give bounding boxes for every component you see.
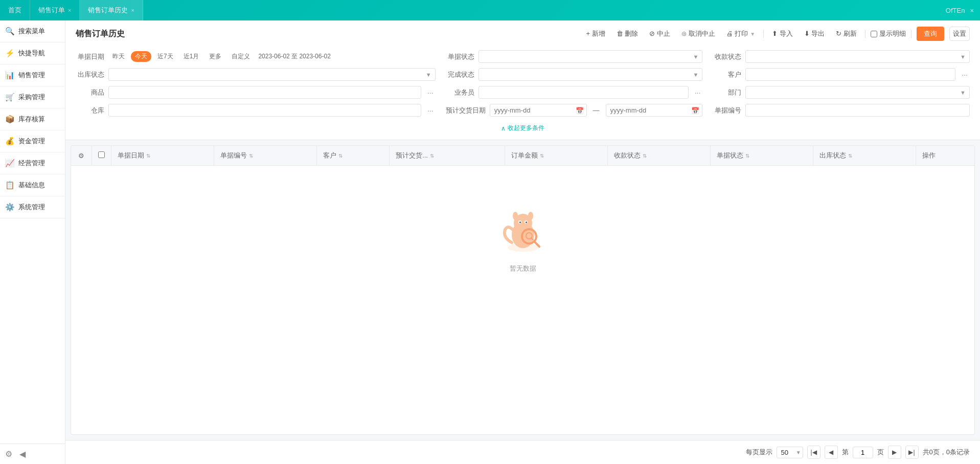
th-customer-sort[interactable]: 客户 ⇅ (323, 151, 383, 160)
date-tag-today[interactable]: 今天 (131, 51, 151, 62)
th-payment-status[interactable]: 收款状态 ⇅ (607, 146, 710, 166)
import-button[interactable]: ⬆ 导入 (769, 27, 796, 40)
th-no-sort[interactable]: 单据编号 ⇅ (220, 151, 310, 160)
new-button-label: + 新增 (586, 29, 605, 38)
page-label: 页 (877, 448, 884, 457)
cancel-stop-button[interactable]: ⊙ 取消中止 (678, 27, 718, 40)
th-customer[interactable]: 客户 ⇅ (316, 146, 389, 166)
delivery-date-label: 预计交货日期 (446, 106, 486, 115)
sidebar-item-purchase-mgmt[interactable]: 🛒 采购管理 (0, 86, 65, 108)
settings-button-label: 设置 (953, 29, 966, 38)
print-dropdown-icon[interactable]: ▼ (750, 31, 755, 37)
th-order-status-sort[interactable]: 单据状态 ⇅ (717, 151, 807, 160)
close-sales-order-tab-icon[interactable]: × (68, 7, 71, 13)
th-date-sort[interactable]: 单据日期 ⇅ (118, 151, 208, 160)
th-no[interactable]: 单据编号 ⇅ (214, 146, 316, 166)
sidebar-item-quick-nav[interactable]: ⚡ 快捷导航 (0, 42, 65, 64)
prev-page-button[interactable]: ◀ (825, 446, 838, 459)
payment-status-select[interactable] (745, 50, 970, 63)
th-outbound-status-sort[interactable]: 出库状态 ⇅ (819, 151, 909, 160)
sidebar-settings-icon[interactable]: ⚙ (5, 449, 12, 459)
select-all-checkbox[interactable] (98, 151, 105, 158)
completion-status-select-wrapper: ▼ (478, 68, 703, 81)
tab-sales-order-history[interactable]: 销售订单历史 × (80, 0, 143, 20)
delivery-date-end-input[interactable] (606, 104, 703, 117)
th-checkbox[interactable] (92, 146, 111, 166)
th-payment-status-sort[interactable]: 收款状态 ⇅ (614, 151, 704, 160)
order-status-label: 单据状态 (446, 52, 474, 61)
goods-dots-btn[interactable]: ··· (425, 86, 436, 99)
sidebar-item-system-mgmt[interactable]: ⚙️ 系统管理 (0, 196, 65, 218)
tab-sales-order-label: 销售订单 (38, 6, 65, 15)
new-button[interactable]: + 新增 (583, 27, 608, 40)
tab-sales-order[interactable]: 销售订单 × (30, 0, 80, 20)
warehouse-input[interactable] (108, 104, 421, 117)
date-tag-custom[interactable]: 自定义 (227, 51, 254, 62)
sidebar-item-search-menu[interactable]: 🔍 搜索菜单 (0, 20, 65, 42)
content-area: 销售订单历史 + 新增 🗑 删除 ⊘ 中止 ⊙ 取消中止 🖨 (65, 20, 980, 464)
delivery-date-start-input[interactable] (490, 104, 587, 117)
show-detail-checkbox-label[interactable]: 显示明细 (871, 29, 906, 38)
query-button[interactable]: 查询 (917, 27, 944, 41)
order-no-input[interactable] (745, 104, 970, 117)
goods-label: 商品 (76, 88, 104, 97)
settings-button[interactable]: 设置 (949, 27, 970, 41)
date-tag-1month[interactable]: 近1月 (179, 51, 203, 62)
outbound-status-select-wrapper: ▼ (108, 68, 436, 81)
date-tag-yesterday[interactable]: 昨天 (108, 51, 129, 62)
salesperson-input[interactable] (478, 86, 689, 99)
stop-button[interactable]: ⊘ 中止 (646, 27, 673, 40)
refresh-button[interactable]: ↻ 刷新 (833, 27, 860, 40)
th-delivery[interactable]: 预计交货... ⇅ (390, 146, 505, 166)
sidebar-item-basic-info[interactable]: 📋 基础信息 (0, 174, 65, 196)
next-page-button[interactable]: ▶ (888, 446, 901, 459)
warehouse-dots-btn[interactable]: ··· (425, 104, 436, 117)
date-tag-more[interactable]: 更多 (205, 51, 225, 62)
delete-button[interactable]: 🗑 删除 (613, 27, 642, 40)
th-delivery-sort[interactable]: 预计交货... ⇅ (396, 151, 498, 160)
customer-dots-btn[interactable]: ··· (960, 69, 970, 81)
table-settings-icon[interactable]: ⚙ (78, 152, 84, 160)
department-select-wrapper: ▼ (745, 86, 970, 99)
toolbar-divider-3 (911, 30, 911, 38)
collapse-button[interactable]: ∧ 收起更多条件 (76, 122, 970, 135)
page-size-select[interactable]: 20 50 100 200 (777, 447, 803, 458)
th-settings[interactable]: ⚙ (71, 146, 92, 166)
th-date[interactable]: 单据日期 ⇅ (111, 146, 214, 166)
sidebar-item-capital-mgmt[interactable]: 💰 资金管理 (0, 130, 65, 152)
order-status-select[interactable] (478, 50, 703, 63)
completion-status-select[interactable] (478, 68, 703, 81)
sidebar-collapse-icon[interactable]: ◀ (19, 449, 26, 459)
th-outbound-status[interactable]: 出库状态 ⇅ (813, 146, 916, 166)
outbound-status-select[interactable] (108, 68, 436, 81)
warehouse-label: 仓库 (76, 106, 104, 115)
quick-nav-icon: ⚡ (5, 49, 14, 58)
print-button[interactable]: 🖨 打印 ▼ (723, 27, 759, 40)
th-order-status[interactable]: 单据状态 ⇅ (711, 146, 813, 166)
page-number-input[interactable] (853, 447, 873, 458)
sidebar-item-inventory-calc[interactable]: 📦 库存核算 (0, 108, 65, 130)
date-range-dash: — (591, 106, 602, 114)
page-size-label: 每页显示 (746, 448, 772, 457)
th-amount[interactable]: 订单金额 ⇅ (505, 146, 607, 166)
goods-input[interactable] (108, 86, 421, 99)
show-detail-checkbox[interactable] (871, 31, 877, 37)
completion-status-label: 完成状态 (446, 70, 474, 79)
department-select[interactable] (745, 86, 970, 99)
window-close-btn[interactable]: × (970, 7, 974, 14)
first-page-button[interactable]: |◀ (807, 446, 821, 459)
date-tag-7days[interactable]: 近7天 (153, 51, 177, 62)
customer-input[interactable] (745, 68, 955, 81)
department-label: 部门 (713, 88, 741, 97)
salesperson-dots-btn[interactable]: ··· (693, 86, 703, 99)
export-button[interactable]: ⬇ 导出 (801, 27, 828, 40)
sidebar-item-sales-mgmt[interactable]: 📊 销售管理 (0, 64, 65, 86)
last-page-button[interactable]: ▶| (905, 446, 919, 459)
tab-home[interactable]: 首页 (0, 0, 30, 20)
th-amount-sort[interactable]: 订单金额 ⇅ (511, 151, 601, 160)
delivery-date-end-wrapper: 📅 (606, 104, 703, 117)
date-range-display: 2023-06-02 至 2023-06-02 (258, 52, 330, 61)
close-sales-order-history-tab-icon[interactable]: × (131, 7, 134, 13)
sidebar-item-operations-mgmt[interactable]: 📈 经营管理 (0, 152, 65, 174)
salesperson-label: 业务员 (446, 88, 474, 97)
